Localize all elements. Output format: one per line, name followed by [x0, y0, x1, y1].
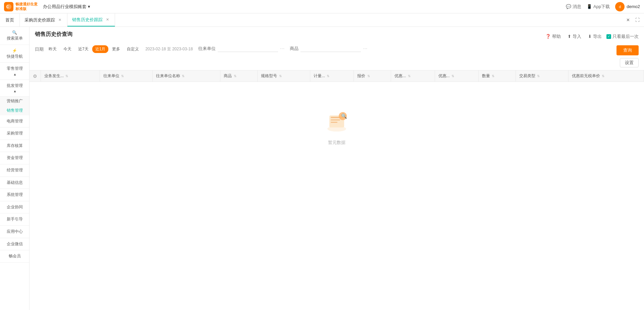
sidebar-item-wholesale[interactable]: 批发管理 ▲: [0, 80, 29, 97]
empty-state: 🔍 暂元数据: [30, 82, 644, 172]
tabbar: 首页 采购历史价跟踪 ✕ 销售历史价跟踪 ✕ ✕ ⛶: [0, 13, 644, 27]
sort-pretax-icon: ⇅: [602, 74, 604, 78]
table-col-settings[interactable]: ⚙: [30, 70, 41, 82]
source-dots-button[interactable]: ···: [280, 46, 284, 52]
sort-bizdate-icon: ⇅: [65, 74, 68, 78]
import-button[interactable]: ⬆ 导入: [566, 32, 583, 41]
sort-qty-icon: ⇅: [492, 74, 494, 78]
logo-area: C 畅捷通好生意 标准版: [4, 2, 38, 11]
source-filter-group: 往来单位 ···: [198, 45, 284, 52]
content-area: 销售历史价查询 ❓ 帮助 ⬆ 导入 ⬇ 导出: [30, 27, 644, 310]
empty-image: 🔍: [323, 109, 350, 136]
table-col-pretax[interactable]: 优惠前无税单价 ⇅: [568, 70, 644, 82]
sidebar-item-sales[interactable]: 销售管理: [0, 106, 29, 115]
table-col-price[interactable]: 报价 ⇅: [354, 70, 391, 82]
logo-text: 畅捷通好生意 标准版: [15, 2, 38, 11]
sort-price-icon: ⇅: [367, 74, 370, 78]
tab-close-purchase[interactable]: ✕: [57, 17, 62, 23]
date-filter-group: 日期 昨天 今天 近7天 近1月 更多 自定义 2023-02-18 至 202…: [35, 45, 193, 53]
only-last-checkbox[interactable]: 只看最后一次: [606, 34, 639, 40]
tab-purchase-history[interactable]: 采购历史价跟踪 ✕: [20, 13, 67, 27]
table-col-discount2[interactable]: 优惠... ⇅: [435, 70, 478, 82]
fullscreen-button[interactable]: ⛶: [633, 16, 641, 24]
sidebar-item-apps[interactable]: 应用中心: [0, 226, 29, 238]
msg-icon: 💬: [566, 4, 571, 9]
product-label: 商品: [290, 46, 299, 52]
msg-button[interactable]: 💬 消息: [566, 4, 581, 10]
date-btn-today[interactable]: 今天: [60, 45, 74, 53]
sidebar-item-purchase[interactable]: 采购管理: [0, 127, 29, 140]
sidebar-item-wechat[interactable]: 企业微信: [0, 238, 29, 251]
tab-close-sales[interactable]: ✕: [105, 17, 110, 22]
avatar: d: [615, 2, 625, 11]
sidebar-item-shortcut[interactable]: ⚡ 快捷导航: [0, 45, 29, 63]
tabbar-actions: ✕ ⛶: [621, 13, 644, 27]
date-btn-7days[interactable]: 近7天: [75, 45, 92, 53]
product-input[interactable]: [301, 45, 361, 52]
settings-button[interactable]: 设置: [620, 58, 639, 67]
sidebar-item-enterprise[interactable]: 企业协同: [0, 201, 29, 214]
sidebar-item-inventory[interactable]: 库存核算: [0, 140, 29, 152]
sidebar-item-guide[interactable]: 新手引导: [0, 213, 29, 226]
table-col-unit[interactable]: 计量... ⇅: [310, 70, 354, 82]
table-col-discount1[interactable]: 优惠... ⇅: [391, 70, 435, 82]
sidebar-item-operations[interactable]: 经营管理: [0, 164, 29, 177]
sidebar-item-basic-info[interactable]: 基础信息: [0, 177, 29, 189]
date-btn-yesterday[interactable]: 昨天: [46, 45, 60, 53]
empty-text: 暂元数据: [328, 140, 345, 146]
user-menu[interactable]: d demo2: [615, 2, 640, 11]
sidebar-item-system[interactable]: 系统管理: [0, 189, 29, 201]
table-col-partner-name[interactable]: 往来单位名称 ⇅: [152, 70, 220, 82]
table-col-bizdate[interactable]: 业务发生... ⇅: [41, 70, 100, 82]
topbar: C 畅捷通好生意 标准版 办公用品行业模拟账套 ▾ 💬 消息 📱 App下载 d…: [0, 0, 644, 13]
page-header: 销售历史价查询 ❓ 帮助 ⬆ 导入 ⬇ 导出: [30, 27, 644, 70]
query-group: 查询 设置: [616, 45, 639, 67]
export-icon: ⬇: [588, 34, 592, 39]
table-col-product[interactable]: 商品 ⇅: [220, 70, 258, 82]
source-input[interactable]: [218, 45, 278, 52]
sidebar-item-retail[interactable]: 零售管理 ▲: [0, 63, 29, 80]
sidebar-item-marketing[interactable]: 营销推广: [0, 97, 29, 106]
sidebar-item-ecommerce[interactable]: 电商管理: [0, 115, 29, 128]
expand-icon-wholesale: ▲: [13, 89, 17, 93]
app-download-button[interactable]: 📱 App下载: [587, 4, 610, 10]
help-icon: ❓: [545, 34, 551, 39]
date-buttons: 昨天 今天 近7天 近1月 更多 自定义: [46, 45, 142, 53]
query-button[interactable]: 查询: [616, 45, 639, 55]
table-area: ⚙ 业务发生... ⇅ 往来单位 ⇅ 往来单位名称 ⇅: [30, 70, 644, 310]
product-filter-group: 商品 ···: [290, 45, 367, 52]
table-col-qty[interactable]: 数量 ⇅: [478, 70, 516, 82]
sidebar-item-search[interactable]: 🔍 搜索菜单: [0, 27, 29, 45]
data-table: ⚙ 业务发生... ⇅ 往来单位 ⇅ 往来单位名称 ⇅: [30, 70, 644, 172]
topbar-right: 💬 消息 📱 App下载 d demo2: [566, 2, 640, 11]
product-dots-button[interactable]: ···: [363, 46, 367, 52]
date-range-text: 2023-02-18 至 2023-03-18: [145, 46, 193, 52]
sidebar-item-finance[interactable]: 资金管理: [0, 152, 29, 164]
sort-product-icon: ⇅: [234, 74, 236, 78]
sidebar: 🔍 搜索菜单 ⚡ 快捷导航 零售管理 ▲ 批发管理 ▲ 营销推广 销售管理 电商…: [0, 27, 30, 310]
sort-spec-icon: ⇅: [279, 74, 282, 78]
import-icon: ⬆: [568, 34, 571, 39]
gear-icon[interactable]: ⚙: [33, 73, 37, 79]
date-btn-custom[interactable]: 自定义: [124, 45, 142, 53]
toolbar-right: ❓ 帮助 ⬆ 导入 ⬇ 导出 只看最后一次: [543, 32, 639, 41]
shortcut-icon: ⚡: [12, 48, 17, 53]
checkbox-icon: [606, 34, 611, 39]
help-button[interactable]: ❓ 帮助: [543, 32, 563, 41]
download-icon: 📱: [587, 4, 592, 9]
table-col-spec[interactable]: 规格型号 ⇅: [258, 70, 310, 82]
filter-area: 日期 昨天 今天 近7天 近1月 更多 自定义 2023-02-18 至 202…: [35, 45, 639, 67]
username: demo2: [627, 4, 640, 9]
date-btn-1month[interactable]: 近1月: [92, 45, 109, 53]
table-col-partner[interactable]: 往来单位 ⇅: [100, 70, 152, 82]
export-button[interactable]: ⬇ 导出: [586, 32, 604, 41]
tab-sales-history[interactable]: 销售历史价跟踪 ✕: [67, 13, 115, 27]
date-filter-label: 日期: [35, 46, 44, 52]
sidebar-item-member[interactable]: 畅会员: [0, 250, 29, 263]
table-col-type[interactable]: 交易类型 ⇅: [516, 70, 568, 82]
close-all-tabs-button[interactable]: ✕: [624, 16, 632, 24]
tab-home[interactable]: 首页: [0, 13, 20, 27]
dropdown-icon: ▾: [88, 4, 90, 9]
date-btn-more[interactable]: 更多: [109, 45, 123, 53]
app-selector[interactable]: 办公用品行业模拟账套 ▾: [40, 2, 93, 11]
